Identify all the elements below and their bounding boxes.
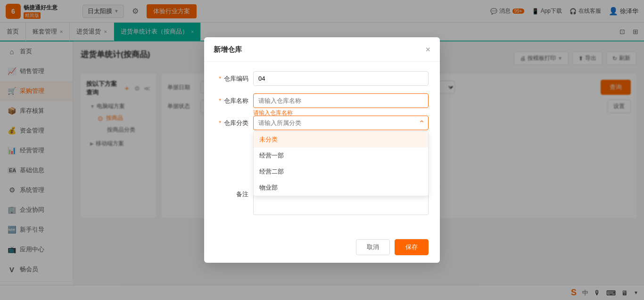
- note-field-label: 备注: [215, 187, 253, 199]
- modal-header: 新增仓库 ×: [204, 37, 440, 62]
- category-field-label: * 仓库分类: [215, 116, 253, 127]
- modal-body: * 仓库编码 * 仓库名称 请输入仓库名称: [204, 62, 440, 233]
- category-input[interactable]: [253, 116, 429, 130]
- code-field-label: * 仓库编码: [215, 71, 253, 83]
- modal-footer: 取消 保存: [204, 233, 440, 263]
- name-input-wrap: 请输入仓库名称: [253, 93, 429, 108]
- modal-overlay: 新增仓库 × * 仓库编码 * 仓库名称: [0, 0, 644, 300]
- modal-close-button[interactable]: ×: [425, 45, 430, 55]
- category-toggle-icon[interactable]: ⌃: [419, 118, 425, 127]
- category-select-wrap: ⌃ 未分类 经营一部 经营二部 物业部: [253, 116, 429, 130]
- modal-new-warehouse: 新增仓库 × * 仓库编码 * 仓库名称: [204, 37, 440, 263]
- modal-title: 新增仓库: [214, 45, 242, 54]
- dropdown-item-uncategorized[interactable]: 未分类: [254, 132, 428, 148]
- category-dropdown: 未分类 经营一部 经营二部 物业部: [253, 131, 429, 196]
- name-input[interactable]: [253, 93, 429, 108]
- dropdown-item-property[interactable]: 物业部: [254, 180, 428, 196]
- code-input-wrap: [253, 71, 429, 86]
- field-row-code: * 仓库编码: [215, 71, 429, 86]
- dropdown-item-dept1[interactable]: 经营一部: [254, 148, 428, 164]
- field-row-category: * 仓库分类 ⌃ 未分类 经营一部 经营二部 物业部: [215, 116, 429, 130]
- dropdown-item-dept2[interactable]: 经营二部: [254, 164, 428, 180]
- cancel-button[interactable]: 取消: [356, 239, 390, 255]
- field-row-name: * 仓库名称 请输入仓库名称: [215, 93, 429, 108]
- code-input[interactable]: [253, 71, 429, 86]
- name-field-label: * 仓库名称: [215, 93, 253, 105]
- save-button[interactable]: 保存: [395, 239, 429, 255]
